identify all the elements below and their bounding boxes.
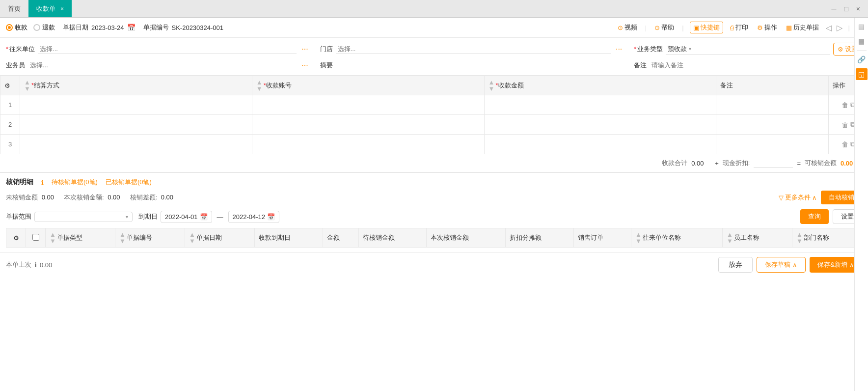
history-btn[interactable]: ▦ 历史单据 xyxy=(784,22,821,33)
amount-col-label2: 金额 xyxy=(327,234,340,241)
tab-home[interactable]: 首页 xyxy=(0,0,28,17)
discard-btn[interactable]: 放弃 xyxy=(718,257,753,273)
amount-col-label: *收款金额 xyxy=(495,81,523,90)
nav-next-icon[interactable]: ▷ xyxy=(837,23,842,32)
row-1-amount[interactable] xyxy=(484,95,716,115)
radio-receive[interactable]: 收款 xyxy=(6,23,27,32)
form-row-2: 业务员 ··· 摘要 备注 xyxy=(6,60,862,70)
help-btn[interactable]: ⊙ 帮助 xyxy=(652,22,676,33)
sidebar-table-icon[interactable]: ▤ xyxy=(856,21,868,32)
operation-btn[interactable]: ⚙ 操作 xyxy=(755,22,779,33)
business-select[interactable]: 预收款 ▾ xyxy=(666,44,830,55)
btable-check-all[interactable] xyxy=(32,234,39,241)
more-conditions-btn[interactable]: ▽ 更多条件 ∧ xyxy=(779,193,817,202)
save-new-label: 保存&新增 xyxy=(817,260,847,269)
shortcut-icon: ▣ xyxy=(693,24,699,31)
date-label: 单据日期 xyxy=(63,23,88,32)
number-field: 单据编号 SK-20230324-001 xyxy=(143,23,224,32)
remark-input[interactable] xyxy=(650,60,862,70)
sidebar-expand-icon[interactable]: ◱ xyxy=(856,68,868,80)
data-table: ⚙ ▲▼ *结算方式 ▲▼ *收款账号 xyxy=(0,76,868,154)
this-label: 本次核销金额: 0.00 xyxy=(64,193,120,202)
row-1-remark[interactable] xyxy=(716,95,829,115)
row-num-2: 2 xyxy=(0,115,20,135)
radio-refund[interactable]: 退款 xyxy=(33,23,55,32)
shop-input[interactable] xyxy=(336,44,611,54)
row-1-settle[interactable] xyxy=(20,95,252,115)
table-row: 1 🗑 ⧉ xyxy=(0,95,868,115)
sidebar-link-icon[interactable]: 🔗 xyxy=(856,54,868,65)
row-1-delete-icon[interactable]: 🗑 xyxy=(841,101,848,109)
date-from-input[interactable]: 2022-04-01 📅 xyxy=(161,211,212,223)
row-2-delete-icon[interactable]: 🗑 xyxy=(841,121,848,129)
row-2-settle[interactable] xyxy=(20,115,252,135)
btable-col-order: 销售订单 xyxy=(574,228,631,248)
shop-more-icon[interactable]: ··· xyxy=(614,45,624,54)
discount-col-label: 折扣分摊额 xyxy=(510,234,542,241)
dept-sort-icon[interactable]: ▲▼ xyxy=(796,231,803,244)
row-2-amount[interactable] xyxy=(484,115,716,135)
pending-col-label: 待核销金额 xyxy=(363,234,395,241)
date-icon[interactable]: 📅 xyxy=(127,24,136,31)
range-select[interactable]: ▾ xyxy=(34,212,133,222)
pending-tab[interactable]: 待核销单据(0笔) xyxy=(52,178,98,187)
summary-label: 摘要 xyxy=(320,61,333,70)
done-tab[interactable]: 已核销单据(0笔) xyxy=(106,178,152,187)
settle-sort-icon[interactable]: ▲▼ xyxy=(24,79,30,92)
partner-more-icon[interactable]: ··· xyxy=(299,45,310,54)
date-from-icon: 📅 xyxy=(200,213,208,221)
win-max-btn[interactable]: □ xyxy=(842,5,850,13)
video-btn[interactable]: ⊙ 视频 xyxy=(616,22,639,33)
verify-header: 核销明细 ℹ 待核销单据(0笔) 已核销单据(0笔) xyxy=(6,178,862,187)
table-gear-header[interactable]: ⚙ xyxy=(0,76,20,95)
remark-col-label: 备注 xyxy=(720,81,733,90)
row-1-account[interactable] xyxy=(252,95,484,115)
staff-sort-icon[interactable]: ▲▼ xyxy=(727,231,733,244)
amount-sort-icon[interactable]: ▲▼ xyxy=(488,79,495,92)
total-value: 0.00 xyxy=(691,160,711,167)
verify-section: 核销明细 ℹ 待核销单据(0笔) 已核销单据(0笔) 未核销金额 0.00 本次… xyxy=(0,173,868,252)
btable-col-check xyxy=(26,228,46,248)
date-sort-icon[interactable]: ▲▼ xyxy=(189,231,195,244)
staff-more-icon[interactable]: ··· xyxy=(299,61,310,70)
win-min-btn[interactable]: ─ xyxy=(829,5,838,13)
number-sort-icon[interactable]: ▲▼ xyxy=(119,231,126,244)
row-3-amount[interactable] xyxy=(484,135,716,154)
row-3-remark[interactable] xyxy=(716,135,829,154)
shortcut-btn[interactable]: ▣ 快捷键 xyxy=(690,22,723,33)
partner-sort-icon[interactable]: ▲▼ xyxy=(635,231,642,244)
partner-field: *往来单位 ··· xyxy=(6,44,310,54)
win-close-btn[interactable]: × xyxy=(854,5,862,13)
row-2-account[interactable] xyxy=(252,115,484,135)
type-sort-icon[interactable]: ▲▼ xyxy=(50,231,56,244)
sidebar-grid-icon[interactable]: ▦ xyxy=(856,35,868,47)
due-col-label: 收款到期日 xyxy=(259,234,291,241)
date-to-input[interactable]: 2022-04-12 📅 xyxy=(228,211,280,223)
btable-col-number: ▲▼ 单据编号 xyxy=(115,228,185,248)
tab-close-icon[interactable]: × xyxy=(60,5,64,12)
discount-input[interactable] xyxy=(754,158,793,168)
number-col-label: 单据编号 xyxy=(127,233,152,242)
query-btn[interactable]: 查询 xyxy=(800,209,829,224)
more-conditions-label: 更多条件 xyxy=(785,193,811,202)
row-num-3: 3 xyxy=(0,135,20,154)
table-col-remark: 备注 xyxy=(716,76,829,95)
verify-info-icon[interactable]: ℹ xyxy=(41,179,44,186)
summary-input[interactable] xyxy=(336,60,624,70)
print-btn[interactable]: ⎙ 打印 xyxy=(728,22,750,33)
diff-label: 核销差额: 0.00 xyxy=(130,193,174,202)
row-3-delete-icon[interactable]: 🗑 xyxy=(841,140,848,148)
verify-filter-row: 单据范围 ▾ 到期日 2022-04-01 📅 — 2022-04-12 📅 xyxy=(6,209,862,224)
table-col-amount: ▲▼ *收款金额 xyxy=(484,76,716,95)
nav-prev-icon[interactable]: ◁ xyxy=(826,23,832,32)
row-2-remark[interactable] xyxy=(716,115,829,135)
row-3-account[interactable] xyxy=(252,135,484,154)
row-3-settle[interactable] xyxy=(20,135,252,154)
btable-col-gear[interactable]: ⚙ xyxy=(6,228,26,248)
save-draft-btn[interactable]: 保存草稿 ∧ xyxy=(757,257,806,273)
partner-input[interactable] xyxy=(38,44,297,54)
staff-input[interactable] xyxy=(28,60,297,70)
help-icon: ⊙ xyxy=(654,24,660,31)
tab-active[interactable]: 收款单 × xyxy=(28,0,72,17)
account-sort-icon[interactable]: ▲▼ xyxy=(256,79,263,92)
